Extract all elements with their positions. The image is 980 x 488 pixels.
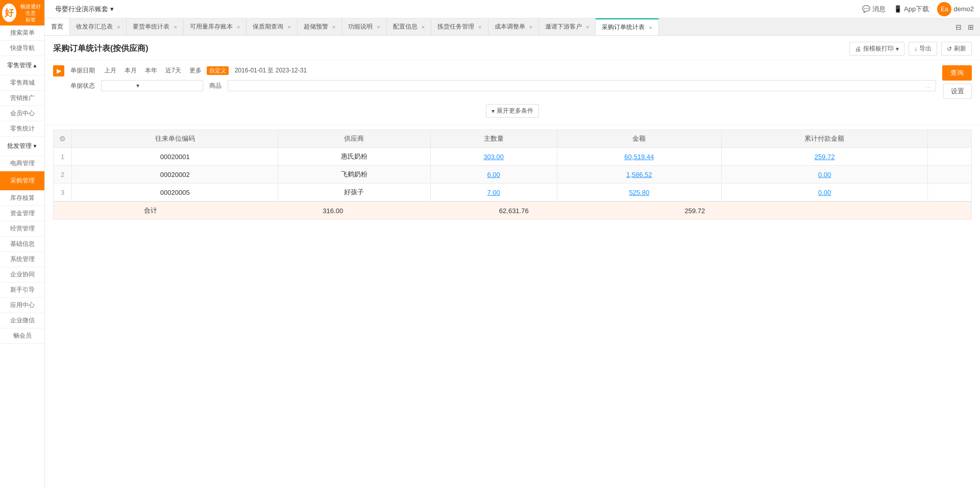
tab-close-icon[interactable]: × [174,24,177,30]
sidebar-item-newguide[interactable]: 新手引导 [0,282,44,298]
tab-baoyuqi[interactable]: 保质期查询 × [247,18,297,36]
cell-qty[interactable]: 303.00 [430,148,557,166]
status-label: 单据状态 [70,82,95,90]
goods-input[interactable]: … [228,80,936,91]
custom-badge: 自定义 [207,66,229,75]
tab-peizishixin[interactable]: 配置信息 × [387,18,431,36]
app-download-button[interactable]: 📱 App下载 [894,5,929,14]
topbar-right: 💬 消息 📱 App下载 Ea demo2 [862,2,974,16]
tab-keyongliangkucun[interactable]: 可用量库存账本 × [184,18,247,36]
settings-icon[interactable]: ⚙ [59,135,66,143]
table-row[interactable]: 1 00020001 惠氏奶粉 303.00 60,519.44 259.72 [54,148,972,166]
print-icon: 🖨 [855,45,861,53]
sidebar-item-system[interactable]: 系统管理 [0,252,44,267]
status-select[interactable]: ▾ [101,80,203,91]
sidebar: 好 畅捷通好生意 标签 搜索菜单 快捷导航 零售管理 ▲ 零售商城 营销推广 会… [0,0,45,488]
refresh-button[interactable]: ↺ 刷新 [941,42,972,56]
sidebar-item-inventory[interactable]: 库存核算 [0,191,44,206]
logo-icon: 好 [2,4,16,22]
logo-text: 畅捷通好生意 标签 [18,3,42,23]
message-button[interactable]: 💬 消息 [862,5,886,14]
sidebar-item-quicknav[interactable]: 快捷导航 [0,41,44,56]
tab-home[interactable]: 首页 [45,18,70,36]
tab-paihuorenwu[interactable]: 拣货任务管理 × [431,18,488,36]
tab-close-icon[interactable]: × [287,24,290,30]
tab-close-icon[interactable]: × [422,24,425,30]
sidebar-item-search[interactable]: 搜索菜单 [0,25,44,41]
sidebar-item-retail[interactable]: 零售管理 ▲ [0,56,44,75]
tab-caigoudingdan[interactable]: 采购订单统计表 × [596,18,658,36]
tab-chengbentiaozhen[interactable]: 成本调整单 × [488,18,539,36]
sidebar-item-member[interactable]: 会员中心 [0,106,44,121]
cell-paid[interactable]: 0.00 [721,166,927,184]
settings-button[interactable]: 设置 [943,84,972,99]
filter-left: 单据日期 上月 本月 本年 近7天 更多 自定义 2016-01-01 至 20… [70,65,936,91]
filter-toggle-button[interactable]: ▶ [53,65,64,76]
data-table: ⚙ 往来单位编码 供应商 主数量 金额 累计付款金额 1 00020001 惠氏… [53,130,972,201]
tab-close-icon[interactable]: × [237,24,240,30]
col-settings: ⚙ [54,130,72,148]
account-dropdown[interactable]: 母婴行业演示账套 ▾ [51,5,118,14]
cell-qty[interactable]: 6.00 [430,166,557,184]
tab-close-icon[interactable]: × [586,24,589,30]
expand-more-button[interactable]: ▾ 展开更多条件 [486,104,539,118]
tab-close-icon[interactable]: × [117,24,120,30]
query-button[interactable]: 查询 [942,65,972,81]
sidebar-item-retailstat[interactable]: 零售统计 [0,121,44,137]
filter-main-row: ▶ 单据日期 上月 本月 本年 近7天 更多 自定义 2016-01-01 至 … [53,65,972,99]
date-range-display: 2016-01-01 至 2023-12-31 [235,66,307,75]
content-area: 采购订单统计表(按供应商) 🖨 按模板打印 ▾ ↓ 导出 ↺ 刷新 [45,36,980,488]
sidebar-logo: 好 畅捷通好生意 标签 [0,0,44,25]
export-button[interactable]: ↓ 导出 [909,42,937,56]
chevron-down-icon: ▾ [136,82,139,89]
sidebar-item-corpwechat[interactable]: 企业微信 [0,313,44,328]
sidebar-item-enterprise[interactable]: 企业协同 [0,267,44,282]
sidebar-item-capital[interactable]: 资金管理 [0,206,44,221]
shortcut-lastmonth[interactable]: 上月 [101,65,119,76]
footer-qty: 316.00 [242,207,424,215]
cell-amount[interactable]: 1,586.52 [557,166,721,184]
tab-yaoqing[interactable]: 邀请下游客户 × [539,18,596,36]
sidebar-item-ecommerce[interactable]: 电商管理 [0,156,44,171]
table-row[interactable]: 2 00020002 飞鹤奶粉 6.00 1,586.52 0.00 [54,166,972,184]
sidebar-item-marketing[interactable]: 营销推广 [0,91,44,106]
user-profile[interactable]: Ea demo2 [937,2,974,16]
print-button[interactable]: 🖨 按模板打印 ▾ [849,42,904,56]
tab-close-icon[interactable]: × [529,24,532,30]
cell-paid[interactable]: 0.00 [721,184,927,201]
sidebar-item-purchase[interactable]: 采购管理 [0,171,44,191]
sidebar-item-wholesale[interactable]: 批发管理 ▼ [0,137,44,156]
cell-amount[interactable]: 60,519.44 [557,148,721,166]
tab-yaohuodantongjibiao[interactable]: 要货单统计表 × [127,18,183,36]
tab-gongnengshuo[interactable]: 功能说明 × [342,18,386,36]
sidebar-item-member2[interactable]: 畅会员 [0,328,44,344]
tab-shoufahuizong[interactable]: 收发存汇总表 × [70,18,127,36]
tab-collapse-button[interactable]: ⊟ [953,22,964,32]
tab-close-icon[interactable]: × [478,24,481,30]
tab-close-icon[interactable]: × [649,24,652,31]
cell-code: 00020005 [72,184,278,201]
shortcut-7days[interactable]: 近7天 [162,65,184,76]
shortcut-more[interactable]: 更多 [186,65,205,76]
sidebar-item-retailshop[interactable]: 零售商城 [0,75,44,91]
tab-chaochuyujing[interactable]: 超储预警 × [298,18,342,36]
tab-close-icon[interactable]: × [332,24,335,30]
col-supplier: 供应商 [278,130,430,148]
sidebar-item-appcenter[interactable]: 应用中心 [0,298,44,313]
tab-close-icon[interactable]: × [377,24,380,30]
cell-amount[interactable]: 525.80 [557,184,721,201]
sidebar-item-basics[interactable]: 基础信息 [0,237,44,252]
page-header: 采购订单统计表(按供应商) 🖨 按模板打印 ▾ ↓ 导出 ↺ 刷新 [45,36,980,60]
refresh-icon: ↺ [947,45,952,53]
tabbar: 首页 收发存汇总表 × 要货单统计表 × 可用量库存账本 × 保质期查询 × 超… [45,18,980,36]
table-footer: 合计 316.00 62,631.76 259.72 [53,201,972,220]
col-code: 往来单位编码 [72,130,278,148]
cell-qty[interactable]: 7.00 [430,184,557,201]
table-row[interactable]: 3 00020005 好孩子 7.00 525.80 0.00 [54,184,972,201]
cell-seq: 3 [54,184,72,201]
cell-paid[interactable]: 259.72 [721,148,927,166]
shortcut-thismonth[interactable]: 本月 [121,65,140,76]
tab-expand-button[interactable]: ⊞ [966,22,976,32]
shortcut-thisyear[interactable]: 本年 [142,65,160,76]
sidebar-item-operation[interactable]: 经营管理 [0,221,44,237]
